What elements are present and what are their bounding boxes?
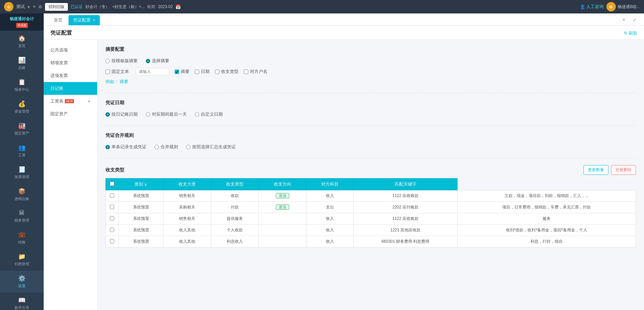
window-close-btn[interactable]: × (620, 16, 628, 24)
radio-template[interactable]: 按模板版摘要 (105, 58, 138, 64)
sidebar-item-reports[interactable]: 📋 报表中心 (0, 74, 44, 96)
radio-single-label: 单条记录生成凭证 (112, 144, 146, 150)
calendar-icon[interactable]: 📅 (175, 4, 181, 9)
sidebar-item-home[interactable]: 🏠 首页 (0, 31, 44, 52)
table-actions: 更新数量 批量删除 (584, 165, 636, 175)
radio-template-input[interactable] (105, 59, 110, 63)
radio-summary-gen-input[interactable] (186, 145, 190, 149)
checkbox-date-input[interactable] (195, 70, 199, 74)
row2-keywords: 项目，日常费用，报销款，车费，承兑汇票，付款 (457, 202, 636, 213)
row2-tag-btn[interactable]: 置顶 (276, 204, 289, 210)
row5-checkbox[interactable] (110, 239, 114, 243)
row2-direction: 支出 (306, 202, 354, 213)
th-direction: 收支方向 (259, 179, 306, 190)
checkbox-counterparty-input[interactable] (244, 70, 248, 74)
checkbox-date-label: 日期 (201, 69, 210, 75)
delete-btn[interactable]: 批量删除 (611, 165, 636, 175)
checkbox-counterparty-label: 对方户名 (250, 69, 267, 75)
guide-icon: 📖 (18, 297, 26, 304)
radio-select[interactable]: 选择摘要 (146, 58, 169, 64)
row1-category: 系统预置 (119, 190, 164, 202)
voucher-date-section: 凭证日期 按日记账日期 对应期间最后一天 自定义日期 (105, 100, 636, 117)
radio-period-last-input[interactable] (146, 112, 150, 117)
tab-voucher-config[interactable]: 凭证配置 × (69, 15, 100, 25)
leftnav-journal[interactable]: 日记账 (44, 82, 97, 95)
th-checkbox (106, 179, 119, 190)
radio-summary-gen[interactable]: 按照选择汇总生成凭证 (186, 144, 236, 150)
row1-direction: 收入 (306, 190, 354, 202)
radio-period-last[interactable]: 对应期间最后一天 (146, 111, 187, 117)
update-btn[interactable]: 更新数量 (584, 165, 608, 175)
radio-journal-date-input[interactable] (105, 112, 110, 117)
topbar-gear-icon[interactable]: ⚙ (38, 4, 42, 9)
checkbox-fixed-text-input[interactable] (105, 70, 110, 74)
leftnav-public-label: 公共选项 (50, 47, 68, 53)
sidebar-item-guide[interactable]: 📖 新手引导 (0, 293, 44, 310)
help-btn[interactable]: 👤 人工咨询 (580, 4, 604, 10)
select-all-checkbox[interactable] (110, 182, 114, 186)
row3-sub-type: 提供服务 (211, 213, 259, 225)
window-expand-btn[interactable]: ⤢ (631, 16, 639, 24)
income-expense-section: 收支类型 更新数量 批量删除 类别∨ (105, 165, 636, 247)
sidebar-label-invoice: 发票管理 (14, 175, 29, 180)
leftnav-journal-label: 日记账 (50, 85, 63, 91)
row2-checkbox[interactable] (110, 205, 114, 209)
leftnav-purchase-invoice[interactable]: 进项发票 (44, 69, 97, 82)
radio-custom-date-input[interactable] (195, 112, 199, 117)
checkbox-date[interactable]: 日期 (195, 69, 210, 75)
sidebar-item-assets[interactable]: 🏭 固定资产 (0, 118, 44, 140)
row3-keywords: 服务 (457, 213, 636, 225)
leftnav-public[interactable]: 公共选项 (44, 44, 97, 56)
checkbox-counterparty[interactable]: 对方户名 (244, 69, 267, 75)
sidebar-item-invoice[interactable]: 🧾 发票管理 (0, 162, 44, 184)
tab-close-icon[interactable]: × (93, 18, 95, 23)
leftnav-fixed-assets[interactable]: 固定资产 (44, 108, 97, 120)
summary-config-title: 摘要配置 (105, 46, 636, 52)
table-header-row: 类别∨ 收支大类 收支类型 收支方向 对方科目 匹配关键字 (106, 179, 636, 190)
user-menu[interactable]: 畅 畅捷通B组... (606, 2, 640, 11)
row1-keywords: 欠款，现金，项目款，到款，报销款，汇入，... (457, 190, 636, 202)
radio-merge[interactable]: 合并规则 (155, 144, 178, 150)
checkbox-summary-input[interactable] (175, 70, 179, 74)
radio-custom-date[interactable]: 自定义日期 (195, 111, 223, 117)
row4-checkbox[interactable] (110, 228, 114, 232)
checkbox-summary[interactable]: 摘要 (175, 69, 189, 75)
table-row: 系统预置 销售相关 收款 置顶 收入 1122 应收账款 欠款，现金，项目款，到… (106, 190, 636, 202)
sidebar-item-purchases[interactable]: 📦 进销台账 (0, 184, 44, 205)
tab-home[interactable]: 首页 (49, 15, 67, 25)
sidebar-item-settings[interactable]: ⚙️ 设置 (0, 271, 44, 293)
logo-text: 畅捷通好会计 (10, 16, 34, 22)
row5-keywords: 利息，行转，续自 (457, 236, 636, 247)
switch-btn[interactable]: 切到旧版 (45, 3, 68, 11)
sidebar-item-ledger[interactable]: 📊 总账 (0, 52, 44, 74)
sidebar-item-salary[interactable]: 👥 工资 (0, 140, 44, 162)
home-icon: 🏠 (18, 35, 26, 42)
leftnav-sales-invoice[interactable]: 销项发票 (44, 56, 97, 69)
radio-single-input[interactable] (105, 145, 110, 149)
radio-journal-date[interactable]: 按日记账日期 (105, 111, 138, 117)
leftnav-payroll[interactable]: 工资表 NEW ▾ (44, 95, 97, 108)
refresh-label: 刷新 (629, 30, 637, 36)
sidebar-item-archive[interactable]: 📁 归档管理 (0, 249, 44, 271)
checkbox-type[interactable]: 收支类型 (215, 69, 239, 75)
row1-checkbox[interactable] (110, 193, 114, 198)
period-value: 2023-02 (158, 4, 173, 9)
checkbox-type-input[interactable] (215, 70, 219, 74)
sidebar-item-settle[interactable]: 💼 结账 (0, 227, 44, 249)
haoshengyi-badge: +好生意（标）+... (112, 4, 144, 10)
fixed-text-input[interactable] (136, 68, 169, 75)
radio-single[interactable]: 单条记录生成凭证 (105, 144, 146, 150)
row1-tag-btn[interactable]: 置顶 (276, 193, 289, 198)
sidebar-item-tax[interactable]: 🏛 税务管理 (0, 205, 44, 227)
leftnav-purchase-label: 进项发票 (50, 73, 68, 79)
topbar-dropdown-icon[interactable]: ▾ (28, 4, 30, 9)
topbar-plus-icon[interactable]: + (33, 4, 36, 10)
sidebar-item-funds[interactable]: 💰 资金管理 (0, 96, 44, 118)
row3-checkbox[interactable] (110, 216, 114, 221)
checkbox-fixed-text[interactable]: 固定文本 (105, 69, 129, 75)
th-main-type-label: 收支大类 (178, 182, 196, 187)
refresh-btn[interactable]: ↻ 刷新 (624, 30, 637, 36)
th-keywords-label: 匹配关键字 (395, 182, 417, 187)
radio-select-input[interactable] (146, 59, 150, 63)
radio-merge-input[interactable] (155, 145, 159, 149)
